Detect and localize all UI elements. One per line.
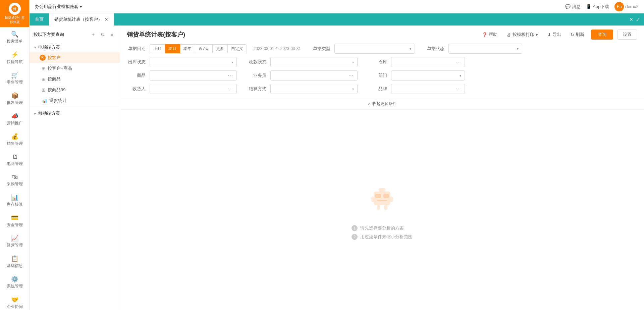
collapse-icon: ∧ xyxy=(368,101,371,106)
left-panel-title: 按以下方案查询 xyxy=(34,32,64,38)
print-btn[interactable]: 🖨 按模板打印 ▾ xyxy=(504,30,541,39)
sidebar-item-purchase-mgmt[interactable]: 🛍 采购管理 xyxy=(0,170,30,190)
sidebar-item-basic-info[interactable]: 📋 基础信息 xyxy=(0,252,30,272)
settlement-label: 结算方式 xyxy=(248,86,266,92)
scheme-subitem-by-product[interactable]: ⊞ 按商品 xyxy=(30,74,120,85)
sidebar-item-ecommerce-mgmt[interactable]: 🖥 电商管理 xyxy=(0,150,30,170)
message-btn[interactable]: 💬 消息 xyxy=(565,4,581,10)
system-mgmt-icon: ⚙️ xyxy=(1,275,28,283)
brand-control[interactable]: ··· xyxy=(391,84,465,94)
sidebar-item-enterprise-collab[interactable]: 🤝 企业协同 xyxy=(0,293,30,310)
tip-num-2: 2 xyxy=(352,234,358,240)
outbound-arrow: ▾ xyxy=(231,60,233,64)
scheme-subitem-by-product99[interactable]: ⊞ 按商品99 xyxy=(30,85,120,95)
user-profile-btn[interactable]: Ea demo2 xyxy=(614,2,639,11)
sidebar-item-marketing[interactable]: 📣 营销推广 xyxy=(0,109,30,130)
sidebar-item-retail-mgmt[interactable]: 🛒 零售管理 xyxy=(0,68,30,89)
date-quick-select: 上月 本月 本年 近7天 更多 自定义 xyxy=(150,44,247,53)
scheme-item-by-customer[interactable]: 客 按客户 xyxy=(30,52,120,63)
outbound-control[interactable]: ▾ xyxy=(150,57,237,67)
right-panel: 销货单统计表(按客户) ❓ 帮助 🖨 按模板打印 ▾ ⬇ 导出 xyxy=(120,25,644,310)
breadcrumb-dropdown[interactable]: 办公用品行业模拟账套 ▾ xyxy=(35,4,82,10)
sidebar-item-label-sales-mgmt: 销售管理 xyxy=(1,141,28,147)
sidebar-item-ops-mgmt[interactable]: 📈 经营管理 xyxy=(0,231,30,252)
sidebar-item-label-inventory-check: 库存核算 xyxy=(1,202,28,207)
tip-text-1: 请先选择要分析的方案 xyxy=(360,225,404,231)
doc-type-control[interactable]: ▾ xyxy=(334,44,415,54)
collapse-scheme-btn[interactable]: « xyxy=(108,31,116,38)
export-icon: ⬇ xyxy=(547,32,551,37)
mobile-scheme-group-title[interactable]: ▼ 移动端方案 xyxy=(30,108,120,118)
employee-control[interactable]: ··· xyxy=(270,70,358,81)
left-panel-header: 按以下方案查询 ＋ ↻ « xyxy=(30,28,120,41)
date-custom-btn[interactable]: 自定义 xyxy=(227,44,247,53)
header-right: 💬 消息 📱 App下载 Ea demo2 xyxy=(565,2,639,11)
date-label: 单据日期 xyxy=(127,46,146,52)
app-download-btn[interactable]: 📱 App下载 xyxy=(586,4,609,10)
settlement-control[interactable]: ▾ xyxy=(270,84,358,94)
tab-home[interactable]: 首页 xyxy=(30,13,49,25)
tab-sales-stat[interactable]: 销货单统计表（按客户） ✕ xyxy=(49,13,114,25)
sidebar-item-quick-nav[interactable]: ⚡ 快捷导航 xyxy=(0,48,30,68)
help-btn[interactable]: ❓ 帮助 xyxy=(479,30,500,39)
avatar: Ea xyxy=(614,2,624,11)
tip-num-1: 1 xyxy=(352,225,358,231)
window-close-icon[interactable]: ✕ xyxy=(629,17,633,22)
sidebar-item-label-quick-nav: 快捷导航 xyxy=(1,59,28,65)
sidebar-item-label-finance-mgmt: 资金管理 xyxy=(1,222,28,228)
tab-close-btn[interactable]: ✕ xyxy=(104,17,108,22)
sidebar-item-sales-mgmt[interactable]: 💰 销售管理 xyxy=(0,130,30,150)
product-control[interactable]: ··· xyxy=(150,70,237,81)
product-label: 商品 xyxy=(127,72,146,79)
export-btn[interactable]: ⬇ 导出 xyxy=(545,30,564,39)
refresh-btn[interactable]: ↻ 刷新 xyxy=(568,30,587,39)
sidebar-item-system-mgmt[interactable]: ⚙️ 系统管理 xyxy=(0,272,30,293)
window-maximize-icon[interactable]: ⤢ xyxy=(636,17,640,22)
filter-row-4: 收货人 ··· 结算方式 ▾ 品牌 ··· xyxy=(127,84,637,94)
scheme-subitem-return-stat[interactable]: 📊 退货统计 xyxy=(30,95,120,106)
logo-text: 畅捷通好生意 xyxy=(5,15,25,20)
warehouse-control[interactable]: ··· xyxy=(391,57,465,67)
empty-tip-2: 2 用过滤条件来缩小分析范围 xyxy=(352,234,413,240)
sidebar-item-search-menu[interactable]: 🔍 搜索菜单 xyxy=(0,27,30,48)
svg-rect-2 xyxy=(374,192,390,205)
product-dots: ··· xyxy=(228,72,233,79)
dept-label: 部门 xyxy=(368,72,387,79)
date-more-btn[interactable]: 更多 xyxy=(212,44,228,53)
add-scheme-btn[interactable]: ＋ xyxy=(90,31,97,38)
help-label: 帮助 xyxy=(489,32,497,38)
date-7days-btn[interactable]: 近7天 xyxy=(195,44,213,53)
sidebar-logo[interactable]: 好 畅捷通好生意 标账版 xyxy=(0,0,30,27)
by-customer-icon: 客 xyxy=(40,55,46,61)
doc-status-control[interactable]: ▾ xyxy=(448,44,522,54)
desktop-scheme-group-title[interactable]: ▼ 电脑端方案 xyxy=(30,42,120,52)
collapse-label: 收起更多条件 xyxy=(372,101,396,106)
empty-state: 1 请先选择要分析的方案 2 用过滤条件来缩小分析范围 xyxy=(120,110,644,310)
date-this-month-btn[interactable]: 本月 xyxy=(165,44,180,53)
sidebar-item-label-enterprise-collab: 企业协同 xyxy=(1,304,28,310)
dept-control[interactable]: ▾ xyxy=(391,70,465,81)
date-last-month-btn[interactable]: 上月 xyxy=(150,44,165,53)
settings-btn[interactable]: 设置 xyxy=(617,30,637,40)
query-btn[interactable]: 查询 xyxy=(591,30,613,40)
svg-rect-3 xyxy=(375,194,381,198)
logo-subtitle: 标账版 xyxy=(10,20,20,24)
payment-label: 收款状态 xyxy=(248,59,266,65)
app-download-label: App下载 xyxy=(593,4,609,10)
enterprise-collab-icon: 🤝 xyxy=(1,296,28,303)
refresh-scheme-btn[interactable]: ↻ xyxy=(99,31,106,38)
scheme-subitem-by-customer-product[interactable]: ⊞ 按客户+商品 xyxy=(30,63,120,74)
outbound-label: 出库状态 xyxy=(127,59,146,65)
payment-control[interactable]: ▾ xyxy=(270,57,358,67)
sidebar-item-finance-mgmt[interactable]: 💳 资金管理 xyxy=(0,211,30,231)
sidebar-item-wholesale-mgmt[interactable]: 📦 批发管理 xyxy=(0,89,30,109)
print-arrow: ▾ xyxy=(536,32,538,37)
date-this-year-btn[interactable]: 本年 xyxy=(180,44,195,53)
receiver-control[interactable]: ··· xyxy=(150,84,237,94)
refresh-icon: ↻ xyxy=(571,32,574,37)
page-title: 销货单统计表(按客户) xyxy=(127,31,185,39)
sidebar-item-label-basic-info: 基础信息 xyxy=(1,263,28,269)
empty-icon xyxy=(365,180,399,220)
collapse-bar[interactable]: ∧ 收起更多条件 xyxy=(120,98,644,109)
sidebar-item-inventory-check[interactable]: 📊 库存核算 xyxy=(0,190,30,211)
